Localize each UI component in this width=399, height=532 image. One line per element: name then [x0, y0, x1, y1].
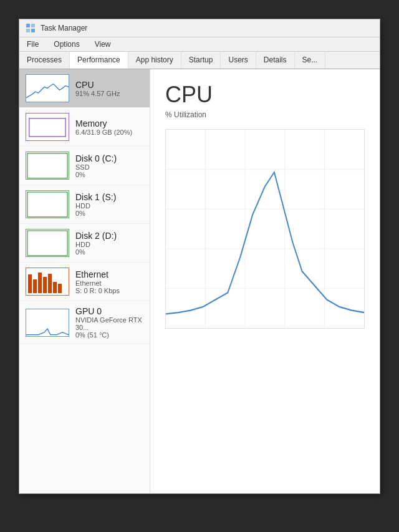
memory-mini-chart	[26, 113, 69, 141]
task-manager-window: Task Manager File Options View Processes…	[19, 19, 380, 494]
cpu-mini-chart	[26, 74, 69, 102]
tab-details[interactable]: Details	[256, 52, 295, 69]
panel-subtitle: % Utilization	[165, 110, 365, 119]
menu-file[interactable]: File	[24, 39, 41, 50]
sidebar-item-ethernet[interactable]: Ethernet Ethernet S: 0 R: 0 Kbps	[19, 263, 150, 301]
disk0-info: Disk 0 (C:) SSD 0%	[75, 153, 143, 178]
disk0-mini-chart	[26, 152, 69, 180]
tab-services[interactable]: Se...	[295, 52, 326, 69]
sidebar-item-disk0[interactable]: Disk 0 (C:) SSD 0%	[19, 147, 150, 185]
gpu0-detail1: NVIDIA GeForce RTX 30...	[75, 316, 143, 331]
menu-bar: File Options View	[19, 37, 380, 52]
disk1-info: Disk 1 (S:) HDD 0%	[75, 192, 143, 217]
ethernet-name: Ethernet	[75, 269, 143, 279]
content-area: CPU 91% 4.57 GHz Memory 6.4/31.9 GB (20%…	[19, 69, 380, 493]
cpu-detail: 91% 4.57 GHz	[75, 90, 143, 97]
disk1-detail1: HDD	[75, 202, 143, 210]
gpu0-info: GPU 0 NVIDIA GeForce RTX 30... 0% (51 °C…	[75, 306, 143, 339]
memory-name: Memory	[75, 118, 143, 128]
svg-rect-7	[27, 231, 67, 256]
ethernet-detail2: S: 0 R: 0 Kbps	[75, 287, 143, 294]
panel-title: CPU	[165, 82, 365, 108]
tab-bar: Processes Performance App history Startu…	[19, 52, 380, 69]
svg-rect-0	[26, 24, 30, 27]
disk0-detail1: SSD	[75, 163, 143, 171]
svg-rect-1	[31, 24, 35, 27]
tab-processes[interactable]: Processes	[19, 52, 70, 69]
ethernet-info: Ethernet Ethernet S: 0 R: 0 Kbps	[75, 269, 143, 294]
disk1-name: Disk 1 (S:)	[75, 192, 143, 202]
title-bar: Task Manager	[19, 19, 380, 37]
disk1-mini-chart	[26, 190, 69, 218]
svg-rect-6	[27, 192, 67, 217]
svg-rect-5	[27, 153, 67, 178]
cpu-graph	[165, 129, 365, 329]
tab-users[interactable]: Users	[221, 52, 256, 69]
menu-view[interactable]: View	[92, 39, 113, 50]
menu-options[interactable]: Options	[51, 39, 82, 50]
app-icon	[26, 23, 36, 33]
disk2-mini-chart	[26, 229, 69, 257]
svg-rect-3	[31, 29, 35, 32]
tab-app-history[interactable]: App history	[128, 52, 181, 69]
sidebar-item-memory[interactable]: Memory 6.4/31.9 GB (20%)	[19, 108, 150, 147]
sidebar-item-cpu[interactable]: CPU 91% 4.57 GHz	[19, 69, 150, 108]
cpu-name: CPU	[75, 80, 143, 90]
disk1-detail2: 0%	[75, 210, 143, 217]
disk2-name: Disk 2 (D:)	[75, 231, 143, 241]
disk2-detail1: HDD	[75, 241, 143, 248]
disk0-detail2: 0%	[75, 171, 143, 178]
memory-detail: 6.4/31.9 GB (20%)	[75, 128, 143, 136]
tab-performance[interactable]: Performance	[70, 52, 128, 69]
gpu0-mini-chart	[26, 309, 69, 337]
svg-rect-2	[26, 29, 30, 32]
sidebar: CPU 91% 4.57 GHz Memory 6.4/31.9 GB (20%…	[19, 69, 150, 493]
sidebar-item-disk1[interactable]: Disk 1 (S:) HDD 0%	[19, 185, 150, 224]
svg-rect-4	[29, 118, 65, 137]
memory-info: Memory 6.4/31.9 GB (20%)	[75, 118, 143, 136]
cpu-info: CPU 91% 4.57 GHz	[75, 80, 143, 97]
sidebar-item-gpu0[interactable]: GPU 0 NVIDIA GeForce RTX 30... 0% (51 °C…	[19, 301, 150, 344]
ethernet-detail1: Ethernet	[75, 279, 143, 287]
window-title: Task Manager	[41, 24, 87, 32]
ethernet-mini-chart	[26, 268, 69, 296]
disk2-info: Disk 2 (D:) HDD 0%	[75, 231, 143, 256]
main-panel: CPU % Utilization	[150, 69, 380, 493]
sidebar-item-disk2[interactable]: Disk 2 (D:) HDD 0%	[19, 224, 150, 263]
tab-startup[interactable]: Startup	[181, 52, 221, 69]
disk0-name: Disk 0 (C:)	[75, 153, 143, 163]
gpu0-detail2: 0% (51 °C)	[75, 331, 143, 339]
gpu0-name: GPU 0	[75, 306, 143, 316]
disk2-detail2: 0%	[75, 248, 143, 256]
